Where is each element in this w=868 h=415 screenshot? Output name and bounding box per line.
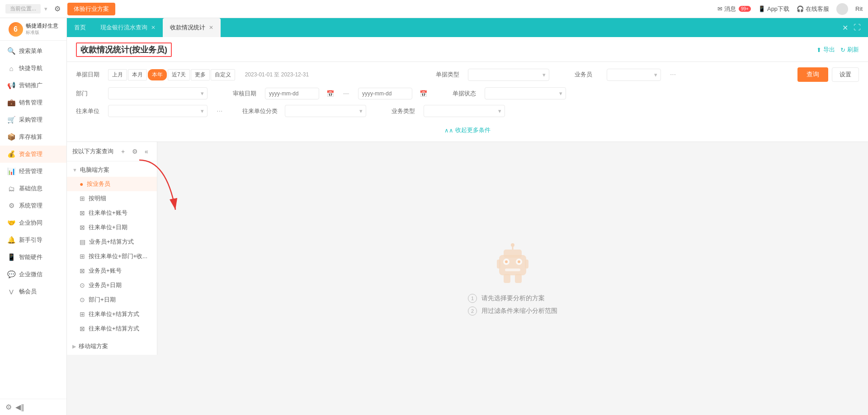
doc-status-label: 单据状态 — [453, 90, 477, 98]
scheme-item-sp-settlement[interactable]: ▤ 业务员+结算方式 — [67, 235, 157, 249]
query-button[interactable]: 查询 — [797, 67, 828, 82]
sidebar-item-finance[interactable]: 💰 资金管理 — [0, 146, 66, 163]
cp-settlement1-scheme-icon: ⊞ — [80, 311, 85, 318]
scheme-item-cp-settlement1-label: 往来单位+结算方式 — [89, 310, 139, 318]
sidebar-item-wechat[interactable]: 💬 企业微信 — [0, 266, 66, 283]
cp-account-scheme-icon: ⊠ — [80, 209, 85, 217]
scheme-item-sp-account[interactable]: ⊠ 业务员+账号 — [67, 264, 157, 278]
date-tab-this-year[interactable]: 本年 — [148, 69, 167, 80]
scheme-item-cp-account[interactable]: ⊠ 往来单位+账号 — [67, 206, 157, 220]
tab-bank-close-icon[interactable]: ✕ — [151, 24, 156, 31]
scheme-item-cp-dept-label: 按往来单位+部门+收... — [89, 252, 147, 260]
sidebar-item-search-label: 搜索菜单 — [19, 47, 42, 55]
calendar-start-icon[interactable]: 📅 — [326, 90, 334, 97]
scheme-collapse-button[interactable]: « — [142, 146, 151, 156]
calendar-end-icon[interactable]: 📅 — [420, 90, 427, 97]
refresh-button[interactable]: ↻ 刷新 — [840, 46, 859, 54]
date-tab-custom[interactable]: 自定义 — [211, 69, 235, 80]
scheme-item-cp-date[interactable]: ⊠ 往来单位+日期 — [67, 220, 157, 235]
scheme-item-sp-account-label: 业务员+账号 — [89, 267, 122, 275]
scheme-item-salesperson[interactable]: ● 按业务员 — [67, 177, 157, 191]
username[interactable]: Rit — [855, 5, 863, 12]
sidebar-item-operations[interactable]: 📊 经营管理 — [0, 163, 66, 180]
scheme-settings-button[interactable]: ⚙ — [130, 146, 140, 156]
svg-rect-9 — [505, 269, 520, 271]
tab-bank[interactable]: 现金银行流水查询 ✕ — [93, 18, 163, 37]
scheme-panel-header-actions: + ⚙ « — [118, 146, 151, 156]
dept-select[interactable] — [108, 87, 208, 99]
top-bar-right: ✉ 消息 99+ 📱 App下载 🎧 在线客服 Rit — [717, 3, 863, 15]
sidebar-item-hardware[interactable]: 📱 智能硬件 — [0, 249, 66, 266]
scheme-item-dept-date[interactable]: ⊙ 部门+日期 — [67, 292, 157, 307]
sidebar-item-enterprise-label: 企业协同 — [19, 219, 42, 227]
doc-type-select[interactable] — [468, 69, 549, 81]
svg-rect-10 — [497, 259, 500, 269]
date-tab-last-month[interactable]: 上月 — [108, 69, 127, 80]
app-download-button[interactable]: 📱 App下载 — [758, 5, 789, 13]
collapse-arrow-icon: ∧∧ — [444, 127, 453, 134]
tab-home[interactable]: 首页 — [67, 18, 93, 37]
counterparty-label: 往来单位 — [76, 107, 101, 115]
date-tab-this-month[interactable]: 本月 — [128, 69, 147, 80]
sidebar-item-quick-nav[interactable]: ⌂ 快捷导航 — [0, 60, 66, 77]
biz-type-select[interactable] — [424, 105, 505, 117]
tab-close-button[interactable]: ✕ — [840, 23, 850, 33]
step-2-text: 用过滤条件来缩小分析范围 — [481, 307, 557, 315]
page-wrapper: 收款情况统计(按业务员) ⬆ 导出 ↻ 刷新 — [67, 37, 868, 415]
scheme-item-cp-settlement2[interactable]: ⊠ 往来单位+结算方式 — [67, 321, 157, 336]
counterparty-cat-select[interactable] — [285, 105, 366, 117]
review-date-start-input[interactable] — [265, 88, 319, 99]
scheme-item-detail[interactable]: ⊞ 按明细 — [67, 191, 157, 206]
scheme-panel-header: 按以下方案查询 + ⚙ « — [67, 142, 157, 161]
message-button[interactable]: ✉ 消息 99+ — [717, 5, 751, 13]
settings-button[interactable]: 设置 — [832, 67, 859, 82]
salesperson-select[interactable] — [607, 69, 661, 81]
scheme-desktop-group-title[interactable]: ▼ 电脑端方案 — [67, 163, 157, 177]
sidebar-item-inventory[interactable]: 📦 库存核算 — [0, 128, 66, 146]
sidebar-item-basic-info[interactable]: 🗂 基础信息 — [0, 180, 66, 197]
sidebar-settings-icon[interactable]: ⚙ — [5, 403, 12, 411]
sidebar-collapse-icon[interactable]: ◀‖ — [15, 403, 24, 411]
sidebar-item-sales[interactable]: 💼 销售管理 — [0, 94, 66, 111]
scheme-add-button[interactable]: + — [118, 146, 128, 156]
scheme-item-cp-settlement1[interactable]: ⊞ 往来单位+结算方式 — [67, 307, 157, 321]
collapse-bar[interactable]: ∧∧ 收起更多条件 — [76, 123, 859, 136]
counterparty-input[interactable] — [108, 105, 208, 117]
date-tab-7days[interactable]: 近7天 — [168, 69, 190, 80]
sidebar: 6 畅捷通好生意 标准版 🔍 搜索菜单 ⌂ 快捷导航 📢 营销推广 💼 销 — [0, 18, 67, 415]
collapse-label: 收起更多条件 — [455, 126, 491, 134]
gear-icon[interactable]: ⚙ — [51, 3, 64, 15]
tab-collection[interactable]: 收款情况统计 ✕ — [163, 18, 221, 37]
sidebar-item-marketing[interactable]: 📢 营销推广 — [0, 77, 66, 94]
cp-dept-scheme-icon: ⊞ — [80, 253, 85, 260]
chevron-down-icon[interactable]: ▾ — [44, 5, 47, 12]
sidebar-item-purchase[interactable]: 🛒 采购管理 — [0, 111, 66, 128]
tab-collection-close-icon[interactable]: ✕ — [209, 24, 213, 31]
sidebar-item-enterprise[interactable]: 🤝 企业协同 — [0, 214, 66, 231]
counterparty-more-icon[interactable]: ··· — [215, 107, 224, 115]
review-date-label: 审核日期 — [233, 90, 258, 98]
enterprise-icon: 🤝 — [7, 219, 15, 227]
sidebar-item-member[interactable]: V 畅会员 — [0, 283, 66, 300]
sidebar-item-system[interactable]: ⚙ 系统管理 — [0, 197, 66, 214]
review-date-end-input[interactable] — [358, 88, 412, 99]
scheme-item-cp-dept[interactable]: ⊞ 按往来单位+部门+收... — [67, 249, 157, 264]
scheme-item-sp-date[interactable]: ⊙ 业务员+日期 — [67, 278, 157, 292]
sales-icon: 💼 — [7, 99, 15, 107]
export-button[interactable]: ⬆ 导出 — [816, 46, 835, 54]
logo-area: 6 畅捷通好生意 标准版 — [0, 18, 66, 41]
empty-step-1: 1 请先选择要分析的方案 — [468, 294, 557, 303]
salesperson-more-icon[interactable]: ··· — [668, 71, 678, 79]
doc-status-select[interactable] — [485, 87, 566, 99]
message-icon: ✉ — [717, 5, 722, 12]
sidebar-item-sales-label: 销售管理 — [19, 99, 42, 107]
sidebar-item-guide[interactable]: 🔔 新手引导 — [0, 231, 66, 249]
scheme-mobile-group-title[interactable]: ▶ 移动端方案 — [67, 340, 157, 353]
tab-expand-button[interactable]: ⛶ — [852, 23, 863, 33]
date-tab-more[interactable]: 更多 — [191, 69, 210, 80]
app-tag: 标准版 — [26, 29, 58, 36]
trial-button[interactable]: 体验行业方案 — [67, 3, 115, 15]
sidebar-item-search[interactable]: 🔍 搜索菜单 — [0, 42, 66, 60]
online-service-button[interactable]: 🎧 在线客服 — [797, 5, 829, 13]
counterparty-cat-label: 往来单位分类 — [242, 107, 278, 115]
